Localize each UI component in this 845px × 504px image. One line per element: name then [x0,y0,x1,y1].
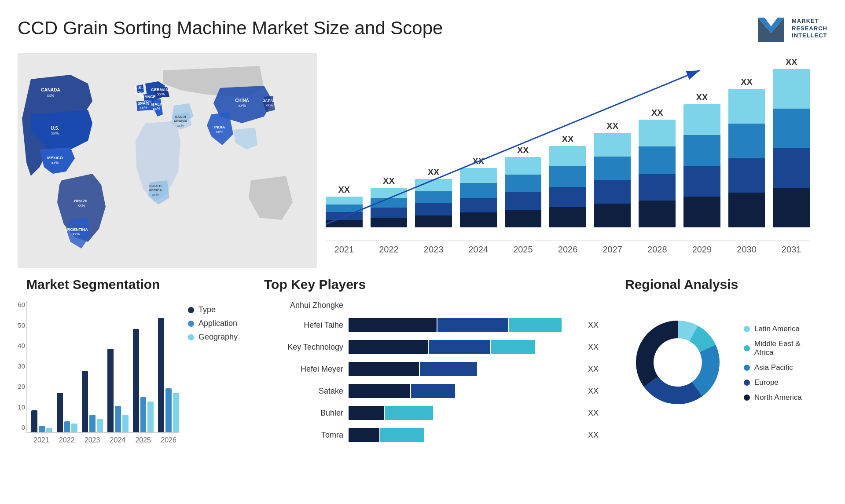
regional-legend-item: Middle East & Africa [744,340,802,357]
bar-stack [773,69,810,227]
player-row: SatakeXX [264,384,599,398]
bar-stack [460,168,497,227]
seg-bar [71,424,77,432]
top-section: CANADA xx% U.S. xx% MEXICO xx% BRAZIL xx… [18,53,827,268]
seg-bar-group [158,318,179,432]
svg-text:SPAIN: SPAIN [138,101,150,106]
seg-bar [82,371,88,432]
seg-x-label: 2025 [132,436,154,444]
header: CCD Grain Sorting Machine Market Size an… [18,13,827,44]
player-name: Hefei Taihe [264,321,343,330]
application-label: Application [198,319,237,328]
bar-x-label: 2024 [460,241,497,255]
seg-bar [89,415,96,432]
regional-legend-dot [744,365,750,371]
bar-group: XX [371,176,408,227]
player-row: Hefei TaiheXX [264,318,599,332]
svg-text:xx%: xx% [51,131,59,135]
regional-legend-label: North America [754,393,802,402]
player-bar-wrap [349,318,579,332]
seg-bar [133,329,139,432]
type-dot [188,307,194,313]
seg-bar [173,393,179,432]
bar-group: XX [773,57,810,227]
svg-text:GERMANY: GERMANY [151,88,171,92]
geography-label: Geography [198,332,238,342]
seg-bar [107,349,114,432]
bar-stack [639,120,676,227]
player-bar-wrap [349,340,579,354]
player-xx-label: XX [588,387,599,396]
bar-x-label: 2023 [415,241,452,255]
svg-text:INDIA: INDIA [214,125,225,129]
svg-text:xx%: xx% [77,203,85,208]
bar-group: XX [326,185,363,227]
bar-x-label: 2031 [773,241,810,255]
svg-text:ARGENTINA: ARGENTINA [64,227,88,232]
legend-geography: Geography [188,332,238,342]
bar-chart-inner: XXXXXXXXXXXXXXXXXXXXXX [326,57,810,241]
svg-text:xx%: xx% [47,93,54,98]
page-title: CCD Grain Sorting Machine Market Size an… [18,18,443,39]
bar-group: XX [460,156,497,227]
regional-legend-dot [744,326,750,332]
svg-text:SAUDI: SAUDI [175,115,186,119]
bar-stack [549,146,586,227]
bar-group: XX [728,77,765,227]
seg-bar [46,428,52,432]
page: CCD Grain Sorting Machine Market Size an… [0,0,845,504]
seg-bar-group [31,410,52,432]
player-bar-segment [349,340,428,354]
seg-x-label: 2023 [82,436,103,444]
bar-stack [326,197,363,227]
map-svg: CANADA xx% U.S. xx% MEXICO xx% BRAZIL xx… [18,53,317,268]
bar-top-label: XX [428,167,440,177]
player-bar-segment [509,318,562,332]
player-name: Satake [264,387,343,396]
svg-text:MEXICO: MEXICO [47,156,63,160]
svg-text:U.S.: U.S. [51,126,59,131]
player-bar-segment [429,340,490,354]
player-bar-segment [411,384,455,398]
seg-bar-group [107,349,129,432]
regional-legend-item: Latin America [744,325,802,333]
legend-application: Application [188,319,238,328]
players-section: Top Key Players Anhui ZhongkeHefei Taihe… [246,273,616,504]
application-dot [188,321,194,327]
bar-top-label: XX [786,57,797,67]
svg-text:xx%: xx% [153,106,160,111]
donut-segment [636,321,678,387]
player-bar-segment [349,362,419,376]
seg-bar [57,393,63,432]
bar-x-label: 2027 [594,241,631,255]
seg-bar-group [133,329,154,432]
bar-stack [415,179,452,227]
svg-text:xx%: xx% [216,130,223,134]
regional-section: Regional Analysis Latin AmericaMiddle Ea… [616,273,827,504]
seg-bar [165,388,172,432]
bar-stack [371,188,408,227]
regional-legend-label: Europe [754,378,779,387]
svg-text:FRANCE: FRANCE [139,95,156,99]
player-row: Hefei MeyerXX [264,362,599,376]
regional-legend-label: Middle East & Africa [754,340,801,357]
svg-text:ITALY: ITALY [151,102,162,106]
seg-bar [31,410,37,432]
chart-x-axis: 2021202220232024202520262027202820292030… [326,241,810,255]
regional-legend-label: Latin America [754,325,800,333]
player-bar-segment [437,318,508,332]
svg-text:U.K.: U.K. [135,85,143,90]
svg-text:CANADA: CANADA [41,88,60,92]
bar-top-label: XX [741,77,753,87]
player-bar-segment [380,428,424,442]
seg-bar [39,426,45,432]
logo: MARKET RESEARCH INTELLECT [756,13,827,44]
player-xx-label: XX [588,321,599,330]
regional-legend-label: Asia Pacific [754,363,793,372]
svg-text:xx%: xx% [157,92,165,96]
bar-group: XX [594,121,631,227]
bar-x-label: 2029 [683,241,720,255]
regional-legend-item: North America [744,393,802,402]
seg-x-label: 2026 [158,436,179,444]
bar-group: XX [415,167,452,227]
